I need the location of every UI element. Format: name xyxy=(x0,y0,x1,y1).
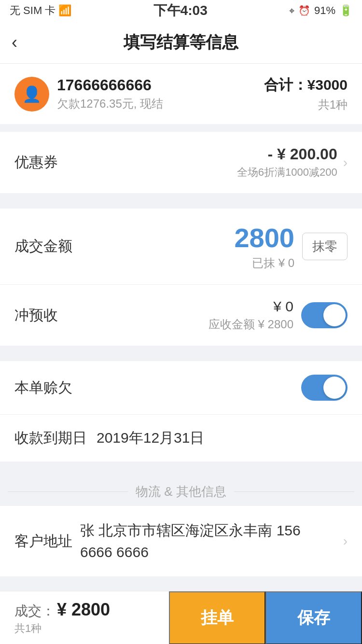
coupon-right: - ¥ 200.00 全场6折满1000减200 › xyxy=(237,145,348,180)
address-label: 客户地址 xyxy=(14,532,72,551)
bottom-info: 成交： ¥ 2800 共1种 xyxy=(0,600,169,636)
prepay-value: ¥ 0 xyxy=(209,298,293,315)
save-button[interactable]: 保存 xyxy=(265,591,362,644)
avatar: 👤 xyxy=(14,77,49,112)
prepay-row: 冲预收 ¥ 0 应收金额 ¥ 2800 xyxy=(0,284,362,346)
due-date-row: 收款到期日 2019年12月31日 xyxy=(0,414,362,462)
address-chevron-icon: › xyxy=(343,533,348,549)
page-title: 填写结算等信息 xyxy=(124,31,238,54)
battery-label: 91% xyxy=(314,4,335,17)
location-icon: ⌖ xyxy=(289,5,294,16)
coupon-row[interactable]: 优惠券 - ¥ 200.00 全场6折满1000减200 › xyxy=(0,132,362,193)
deal-amount-row: 成交金额 2800 已抹 ¥ 0 抹零 xyxy=(0,209,362,284)
deal-sub: 已抹 ¥ 0 xyxy=(234,255,294,271)
due-date-value: 2019年12月31日 xyxy=(97,428,204,448)
logistics-section: 物流 & 其他信息 xyxy=(0,477,362,506)
total-count: 共1种 xyxy=(264,97,348,112)
due-date-label: 收款到期日 xyxy=(14,428,87,448)
coupon-value: - ¥ 200.00 xyxy=(237,145,337,163)
customer-left: 👤 17666666666 欠款1276.35元, 现结 xyxy=(14,76,163,112)
prepay-subtext: 应收金额 ¥ 2800 xyxy=(209,317,293,332)
bottom-amount: ¥ 2800 xyxy=(57,600,110,620)
deal-card: 成交金额 2800 已抹 ¥ 0 抹零 冲预收 ¥ 0 应收金额 ¥ 2800 xyxy=(0,209,362,346)
address-value: 张 北京市市辖区海淀区永丰南 156 6666 6666 xyxy=(80,519,335,563)
prepay-value-wrap: ¥ 0 应收金额 ¥ 2800 xyxy=(209,298,293,332)
status-left: 无 SIM 卡 📶 xyxy=(10,3,71,18)
coupon-subtext: 全场6折满1000减200 xyxy=(237,165,337,180)
bottom-deal-label: 成交： xyxy=(14,602,55,620)
status-bar: 无 SIM 卡 📶 下午4:03 ⌖ ⏰ 91% 🔋 xyxy=(0,0,362,21)
prepay-label: 冲预收 xyxy=(14,306,58,325)
deal-value-wrap: 2800 已抹 ¥ 0 xyxy=(234,222,294,271)
bottom-deal-row: 成交： ¥ 2800 xyxy=(14,600,154,620)
alarm-icon: ⏰ xyxy=(298,5,310,16)
avatar-icon: 👤 xyxy=(22,85,42,103)
coupon-chevron-icon: › xyxy=(343,155,348,170)
coupon-card: 优惠券 - ¥ 200.00 全场6折满1000减200 › xyxy=(0,132,362,193)
bottom-count: 共1种 xyxy=(14,621,154,636)
back-button[interactable]: ‹ xyxy=(12,32,17,53)
address-card: 客户地址 张 北京市市辖区海淀区永丰南 156 6666 6666 › xyxy=(0,506,362,576)
section-separator-1 xyxy=(0,201,362,209)
customer-subtext: 欠款1276.35元, 现结 xyxy=(57,96,163,112)
status-right: ⌖ ⏰ 91% 🔋 xyxy=(289,4,352,17)
customer-card: 👤 17666666666 欠款1276.35元, 现结 合计：¥3000 共1… xyxy=(0,64,362,124)
logistics-line-left xyxy=(8,491,128,492)
deal-amount-label: 成交金额 xyxy=(14,237,72,256)
section-separator-3 xyxy=(0,469,362,477)
credit-card: 本单赊欠 收款到期日 2019年12月31日 xyxy=(0,361,362,462)
prepay-toggle[interactable] xyxy=(301,302,348,328)
sim-wifi-label: 无 SIM 卡 📶 xyxy=(10,3,71,18)
logistics-line-right xyxy=(234,491,354,492)
coupon-label: 优惠券 xyxy=(14,153,58,172)
bottom-bar: 成交： ¥ 2800 共1种 挂单 保存 xyxy=(0,591,362,644)
total-value: 合计：¥3000 xyxy=(264,75,348,95)
prepay-right: ¥ 0 应收金额 ¥ 2800 xyxy=(209,298,348,332)
logistics-label: 物流 & 其他信息 xyxy=(136,483,226,500)
hold-button[interactable]: 挂单 xyxy=(169,591,265,644)
deal-amount-value: 2800 xyxy=(234,222,294,253)
coupon-value-wrap: - ¥ 200.00 全场6折满1000减200 xyxy=(237,145,337,180)
credit-toggle[interactable] xyxy=(301,375,348,401)
customer-info: 17666666666 欠款1276.35元, 现结 xyxy=(57,76,163,112)
credit-row: 本单赊欠 xyxy=(0,361,362,414)
nav-bar: ‹ 填写结算等信息 xyxy=(0,21,362,64)
customer-total: 合计：¥3000 共1种 xyxy=(264,75,348,112)
battery-icon: 🔋 xyxy=(339,4,352,17)
deal-right: 2800 已抹 ¥ 0 抹零 xyxy=(234,222,348,271)
section-separator-2 xyxy=(0,353,362,361)
address-row[interactable]: 客户地址 张 北京市市辖区海淀区永丰南 156 6666 6666 › xyxy=(0,506,362,576)
content-area: 👤 17666666666 欠款1276.35元, 现结 合计：¥3000 共1… xyxy=(0,64,362,644)
status-time: 下午4:03 xyxy=(153,1,208,20)
customer-row: 👤 17666666666 欠款1276.35元, 现结 合计：¥3000 共1… xyxy=(0,64,362,124)
customer-phone: 17666666666 xyxy=(57,76,163,94)
credit-label: 本单赊欠 xyxy=(14,378,72,398)
round-zero-button[interactable]: 抹零 xyxy=(302,233,348,260)
